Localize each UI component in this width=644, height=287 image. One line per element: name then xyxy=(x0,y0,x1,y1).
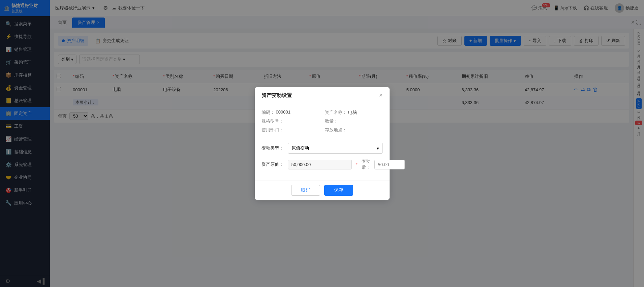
modal-close-button[interactable]: × xyxy=(379,92,383,99)
original-value-input xyxy=(288,160,352,169)
save-button[interactable]: 保存 xyxy=(324,185,353,196)
modal-header: 资产变动设置 × xyxy=(255,87,390,104)
after-label: 变动后： xyxy=(362,158,370,170)
after-value-input[interactable] xyxy=(374,160,405,169)
location-label: 存放地点： xyxy=(325,127,347,133)
change-type-field: 变动类型： 原值变动 ▾ xyxy=(262,143,383,154)
save-label: 保存 xyxy=(334,187,343,193)
modal-code-field: 编码： 000001 xyxy=(262,109,319,116)
modal-overlay: 资产变动设置 × 编码： 000001 资产名称： 电脑 规格型号： 数量： xyxy=(0,0,644,287)
modal-body: 编码： 000001 资产名称： 电脑 规格型号： 数量： 使用部门： xyxy=(255,104,390,181)
change-type-dropdown-icon: ▾ xyxy=(377,146,379,151)
spec-label: 规格型号： xyxy=(262,118,283,124)
asset-change-modal: 资产变动设置 × 编码： 000001 资产名称： 电脑 规格型号： 数量： xyxy=(255,87,390,200)
code-label: 编码： xyxy=(262,109,275,116)
required-after-star: * xyxy=(356,162,358,167)
quantity-label: 数量： xyxy=(325,118,338,124)
modal-title: 资产变动设置 xyxy=(262,92,292,99)
modal-spec-field: 规格型号： xyxy=(262,118,319,124)
original-value-label: 资产原值： xyxy=(262,161,285,167)
original-value-field: 资产原值： * 变动后： xyxy=(262,158,383,170)
cancel-label: 取消 xyxy=(301,187,310,193)
change-type-value: 原值变动 xyxy=(292,145,309,151)
asset-name-value: 电脑 xyxy=(348,109,357,116)
modal-location-field: 存放地点： xyxy=(325,127,383,133)
modal-department-field: 使用部门： xyxy=(262,127,319,133)
code-value: 000001 xyxy=(276,109,290,116)
cancel-button[interactable]: 取消 xyxy=(291,185,320,196)
modal-footer: 取消 保存 xyxy=(255,181,390,200)
modal-info-grid: 编码： 000001 资产名称： 电脑 规格型号： 数量： 使用部门： xyxy=(262,109,383,138)
modal-name-field: 资产名称： 电脑 xyxy=(325,109,383,116)
change-type-select[interactable]: 原值变动 ▾ xyxy=(288,143,383,154)
change-type-label: 变动类型： xyxy=(262,145,285,151)
asset-name-label: 资产名称： xyxy=(325,109,347,116)
modal-quantity-field: 数量： xyxy=(325,118,383,124)
department-label: 使用部门： xyxy=(262,127,283,133)
